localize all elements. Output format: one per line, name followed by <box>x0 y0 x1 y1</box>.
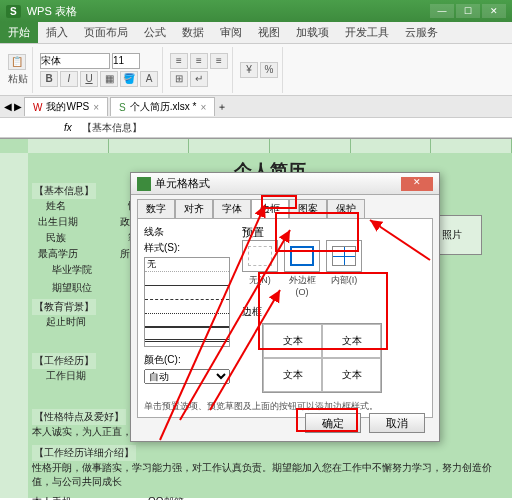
menu-layout[interactable]: 页面布局 <box>76 22 136 43</box>
menu-insert[interactable]: 插入 <box>38 22 76 43</box>
wps-tab-icon: W <box>33 102 42 113</box>
font-color-button[interactable]: A <box>140 71 158 87</box>
fx-icon[interactable]: fx <box>60 122 76 133</box>
border-label: 边框 <box>242 305 426 319</box>
col-header[interactable] <box>431 139 512 153</box>
tab-number[interactable]: 数字 <box>137 199 175 218</box>
style-item[interactable] <box>145 314 229 328</box>
file-tab-resume[interactable]: S 个人简历.xlsx * × <box>110 97 215 116</box>
dialog-icon <box>137 177 151 191</box>
row-headers <box>0 153 28 498</box>
cancel-button[interactable]: 取消 <box>369 413 425 433</box>
formula-content[interactable]: 【基本信息】 <box>76 121 148 135</box>
dialog-titlebar[interactable]: 单元格格式 ✕ <box>131 173 439 195</box>
tab-protect[interactable]: 保护 <box>327 199 365 218</box>
preset-inner-button[interactable] <box>326 240 362 272</box>
preview-cell: 文本 <box>322 324 381 358</box>
style-item[interactable] <box>145 272 229 286</box>
menu-addin[interactable]: 加载项 <box>288 22 337 43</box>
menu-cloud[interactable]: 云服务 <box>397 22 446 43</box>
label-edu: 最高学历 <box>38 247 78 261</box>
fill-button[interactable]: 🪣 <box>120 71 138 87</box>
menu-data[interactable]: 数据 <box>174 22 212 43</box>
label-job: 期望职位 <box>52 281 92 295</box>
font-select[interactable] <box>40 53 110 69</box>
line-section: 线条 样式(S): 无 颜色(C): 自动 <box>144 225 234 384</box>
label-ethnic: 民族 <box>46 231 66 245</box>
add-tab-icon[interactable]: ＋ <box>217 100 227 114</box>
merge-button[interactable]: ⊞ <box>170 71 188 87</box>
preset-outer-button[interactable] <box>284 240 320 272</box>
label-phone: 本人手机 <box>32 495 72 500</box>
col-header[interactable] <box>270 139 351 153</box>
menu-review[interactable]: 审阅 <box>212 22 250 43</box>
col-header[interactable] <box>109 139 190 153</box>
currency-icon[interactable]: ¥ <box>240 62 258 78</box>
col-header[interactable] <box>351 139 432 153</box>
style-item[interactable] <box>145 300 229 314</box>
preview-cell: 文本 <box>263 324 322 358</box>
column-headers <box>28 139 512 153</box>
font-group: B I U ▦ 🪣 A <box>36 47 163 93</box>
wrap-button[interactable]: ↵ <box>190 71 208 87</box>
minimize-button[interactable]: — <box>430 4 454 18</box>
close-tab-icon[interactable]: × <box>200 102 206 113</box>
label-grad: 毕业学院 <box>52 263 92 277</box>
menu-start[interactable]: 开始 <box>0 22 38 43</box>
percent-icon[interactable]: % <box>260 62 278 78</box>
preset-none-button[interactable] <box>242 240 278 272</box>
file-tab-wps[interactable]: W 我的WPS × <box>24 97 108 116</box>
nav-back-icon[interactable]: ◀ <box>4 101 12 112</box>
app-title: WPS 表格 <box>27 4 77 19</box>
preset-outer-label: 外边框(O) <box>284 274 320 297</box>
underline-button[interactable]: U <box>80 71 98 87</box>
border-preview[interactable]: 文本 文本 文本 文本 <box>262 323 382 393</box>
menu-formula[interactable]: 公式 <box>136 22 174 43</box>
preview-cell: 文本 <box>263 358 322 392</box>
align-center-icon[interactable]: ≡ <box>190 53 208 69</box>
label-birth: 出生日期 <box>38 215 78 229</box>
style-item[interactable] <box>145 286 229 300</box>
file-tabs: ◀ ▶ W 我的WPS × S 个人简历.xlsx * × ＋ <box>0 96 512 118</box>
preset-none-label: 无(N) <box>242 274 278 297</box>
preset-section: 预置 无(N) 外边框(O) 内部(I) 边框 文本 文本 文本 文本 <box>242 225 426 393</box>
ok-button[interactable]: 确定 <box>305 413 361 433</box>
line-style-list[interactable]: 无 <box>144 257 230 347</box>
style-item[interactable] <box>145 328 229 342</box>
tab-align[interactable]: 对齐 <box>175 199 213 218</box>
cell-format-dialog: 单元格格式 ✕ 数字 对齐 字体 边框 图案 保护 线条 样式(S): 无 颜色… <box>130 172 440 442</box>
close-button[interactable]: ✕ <box>482 4 506 18</box>
size-select[interactable] <box>112 53 140 69</box>
menu-dev[interactable]: 开发工具 <box>337 22 397 43</box>
align-left-icon[interactable]: ≡ <box>170 53 188 69</box>
maximize-button[interactable]: ☐ <box>456 4 480 18</box>
label-workdate: 工作日期 <box>46 369 86 383</box>
bold-button[interactable]: B <box>40 71 58 87</box>
section-detail: 【工作经历详细介绍】 <box>32 445 136 461</box>
ribbon: 📋 粘贴 B I U ▦ 🪣 A ≡ ≡ ≡ ⊞ ↵ ¥% <box>0 44 512 96</box>
close-tab-icon[interactable]: × <box>93 102 99 113</box>
dialog-close-button[interactable]: ✕ <box>401 177 433 191</box>
title-bar: S WPS 表格 — ☐ ✕ <box>0 0 512 22</box>
color-select[interactable]: 自动 <box>144 369 230 384</box>
italic-button[interactable]: I <box>60 71 78 87</box>
nav-fwd-icon[interactable]: ▶ <box>14 101 22 112</box>
preview-cell: 文本 <box>322 358 381 392</box>
style-label: 样式(S): <box>144 241 234 255</box>
paste-icon[interactable]: 📋 <box>8 54 26 70</box>
border-button[interactable]: ▦ <box>100 71 118 87</box>
style-none[interactable]: 无 <box>145 258 229 272</box>
dialog-body: 线条 样式(S): 无 颜色(C): 自动 预置 <box>137 218 433 418</box>
menu-bar: 开始 插入 页面布局 公式 数据 审阅 视图 加载项 开发工具 云服务 <box>0 22 512 44</box>
tab-font[interactable]: 字体 <box>213 199 251 218</box>
menu-view[interactable]: 视图 <box>250 22 288 43</box>
col-header[interactable] <box>28 139 109 153</box>
preset-inner-label: 内部(I) <box>326 274 362 297</box>
section-basic: 【基本信息】 <box>32 183 96 199</box>
align-right-icon[interactable]: ≡ <box>210 53 228 69</box>
sheet-tab-icon: S <box>119 102 126 113</box>
col-header[interactable] <box>189 139 270 153</box>
section-trait: 【性格特点及爱好】 <box>32 409 126 425</box>
tab-pattern[interactable]: 图案 <box>289 199 327 218</box>
tab-border[interactable]: 边框 <box>251 199 289 218</box>
